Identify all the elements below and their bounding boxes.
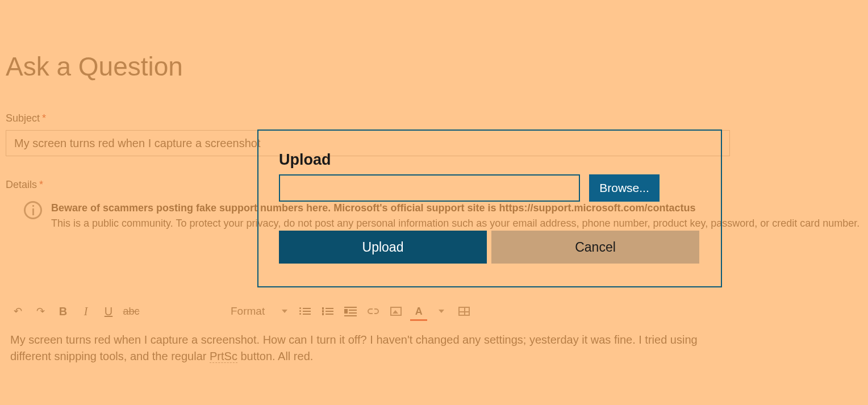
upload-button[interactable]: Upload	[279, 231, 487, 264]
cancel-button[interactable]: Cancel	[491, 231, 699, 264]
file-path-input[interactable]	[279, 174, 580, 202]
upload-row: Browse...	[279, 174, 698, 202]
browse-button[interactable]: Browse...	[589, 174, 660, 202]
modal-actions: Upload Cancel	[279, 231, 699, 264]
upload-modal: Upload Browse... Upload Cancel	[257, 130, 722, 287]
modal-title: Upload	[279, 151, 698, 169]
